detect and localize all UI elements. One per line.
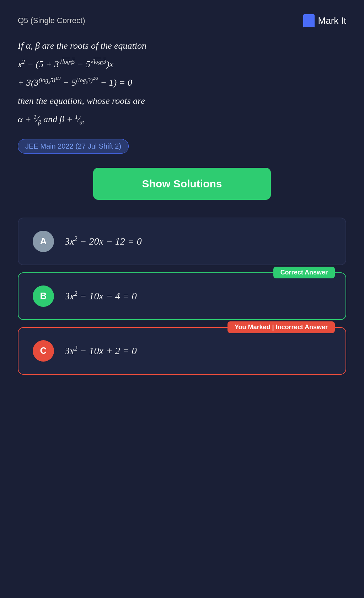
mark-it-label: Mark It <box>318 15 346 26</box>
option-card-c[interactable]: You Marked | Incorrect Answer C 3x2 − 10… <box>18 327 346 375</box>
question-conclusion-text: then the equation, whose roots are <box>18 96 145 106</box>
question-roots-text: α + 1⁄β and β + 1⁄α, <box>18 111 346 128</box>
option-text-c: 3x2 − 10x + 2 = 0 <box>65 345 137 357</box>
tag-badge: JEE Main 2022 (27 Jul Shift 2) <box>18 139 129 154</box>
options-container: A 3x2 − 20x − 12 = 0 Correct Answer B 3x… <box>18 218 346 375</box>
option-text-a: 3x2 − 20x − 12 = 0 <box>65 235 142 247</box>
header: Q5 (Single Correct) Mark It <box>18 14 346 27</box>
question-equation-line2: + 3(3(log35)1/3 − 5(log53)2/3 − 1) = 0 <box>18 75 346 91</box>
show-solutions-button[interactable]: Show Solutions <box>93 168 271 200</box>
question-body: If α, β are the roots of the equation x2… <box>18 38 346 128</box>
question-type: Q5 (Single Correct) <box>18 16 85 25</box>
option-label-a: A <box>33 231 54 252</box>
question-equation-line1: x2 − (5 + 3√log35 − 5√log53)x <box>18 56 346 73</box>
mark-it-button[interactable]: Mark It <box>303 14 346 27</box>
option-text-b: 3x2 − 10x − 4 = 0 <box>65 290 137 302</box>
option-card-b[interactable]: Correct Answer B 3x2 − 10x − 4 = 0 <box>18 272 346 320</box>
incorrect-answer-badge: You Marked | Incorrect Answer <box>228 321 335 333</box>
question-intro-text: If α, β are the roots of the equation <box>18 41 146 51</box>
option-card-a[interactable]: A 3x2 − 20x − 12 = 0 <box>18 218 346 265</box>
bookmark-icon <box>303 14 315 27</box>
option-label-c: C <box>33 340 54 362</box>
correct-answer-badge: Correct Answer <box>273 267 335 278</box>
option-label-b: B <box>33 285 54 307</box>
